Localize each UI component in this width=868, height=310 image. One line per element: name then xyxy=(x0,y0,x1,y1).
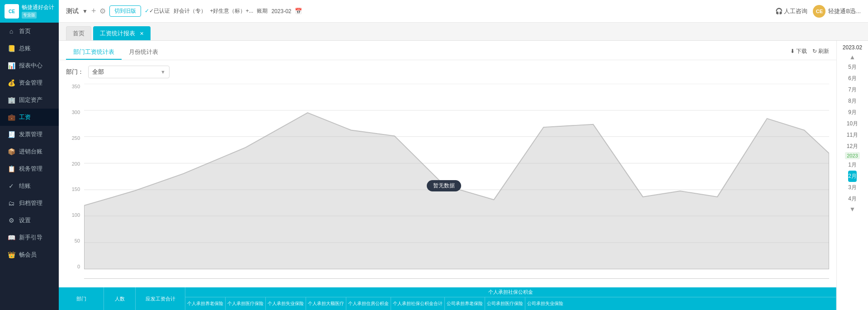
tab-salary-report[interactable]: 工资统计报表 ✕ xyxy=(93,26,151,40)
sidebar-item-settings[interactable]: ⚙设置 xyxy=(0,212,59,229)
sidebar-icon-salary: 💼 xyxy=(7,114,15,121)
download-btn[interactable]: ⬇ 下载 xyxy=(790,48,807,55)
sidebar-label-home: 首页 xyxy=(19,27,31,35)
username: 轻捷通B迅... xyxy=(828,7,861,15)
app-logo-icon: CE xyxy=(5,4,19,19)
filter-label: 部门： xyxy=(66,68,84,76)
rp-month2-1月[interactable]: 1月 xyxy=(848,159,857,171)
sidebar-item-assets[interactable]: 🏢固定资产 xyxy=(0,91,59,109)
period-value: 2023-02 xyxy=(271,8,291,14)
settings-btn[interactable]: ⚙ xyxy=(99,7,106,15)
certified-tag: ✓✓已认证 xyxy=(145,7,170,15)
sidebar-item-report[interactable]: 📊报表中心 xyxy=(0,57,59,74)
sidebar: CE 畅捷通好会计 专业版 ⌂首页📒总账📊报表中心💰资金管理🏢固定资产💼工资🧾发… xyxy=(0,0,59,310)
subtabs: 部门工资统计表 月份统计表 ⬇ 下载 ↻ 刷新 xyxy=(59,41,836,60)
th-group-subs: 个人承担养老保险个人承担医疗保险个人承担失业保险个人承担大额医疗个人承担住房公积… xyxy=(185,297,836,310)
chart-area: 350 300 250 200 150 100 50 0 xyxy=(59,84,836,287)
sidebar-label-report: 报表中心 xyxy=(19,62,42,70)
sidebar-item-settle[interactable]: ✓结账 xyxy=(0,177,59,195)
sidebar-label-tax: 税务管理 xyxy=(19,165,42,173)
th-sub-4: 个人承担住房公积金 xyxy=(346,297,391,310)
rp-up-arrow[interactable]: ▲ xyxy=(849,52,857,62)
app-name: 畅捷通好会计 xyxy=(22,4,54,11)
rp-month-5月[interactable]: 5月 xyxy=(847,62,858,73)
sidebar-label-ledger: 总账 xyxy=(19,44,31,52)
rp-year-badge[interactable]: 2023 xyxy=(845,152,859,159)
chart-container: 350 300 250 200 150 100 50 0 xyxy=(66,84,829,283)
sidebar-icon-member: 👑 xyxy=(7,251,15,258)
tabs-bar: 首页 工资统计报表 ✕ xyxy=(59,23,868,41)
th-sub-8: 公司承担失业保险 xyxy=(525,297,565,310)
rp-month-11月[interactable]: 11月 xyxy=(847,129,858,141)
sidebar-item-member[interactable]: 👑畅会员 xyxy=(0,246,59,263)
sidebar-icon-home: ⌂ xyxy=(7,28,15,35)
rp-month-9月[interactable]: 9月 xyxy=(847,107,858,118)
sidebar-item-salary[interactable]: 💼工资 xyxy=(0,109,59,126)
filter-bar: 部门： 全部 ▼ xyxy=(59,60,836,84)
th-sub-5: 个人承担社保公积金合计 xyxy=(391,297,445,310)
switch-old-btn[interactable]: 切到旧版 xyxy=(109,5,141,17)
sidebar-icon-sales: 📦 xyxy=(7,148,15,155)
sidebar-label-assets: 固定资产 xyxy=(19,96,42,104)
sidebar-item-guide[interactable]: 📖新手引导 xyxy=(0,229,59,246)
sidebar-item-funds[interactable]: 💰资金管理 xyxy=(0,74,59,91)
refresh-icon: ↻ xyxy=(812,48,817,54)
user-menu[interactable]: CE 轻捷通B迅... xyxy=(813,5,861,18)
extra-tags: +好生意（标）+... xyxy=(210,7,253,15)
sidebar-label-archive: 归档管理 xyxy=(19,199,42,207)
sidebar-item-ledger[interactable]: 📒总账 xyxy=(0,40,59,57)
support-link[interactable]: 🎧 人工咨询 xyxy=(775,7,808,15)
subtab-dept[interactable]: 部门工资统计表 xyxy=(66,45,122,60)
rp-month-10月[interactable]: 10月 xyxy=(847,118,858,129)
th-sub-7: 公司承担医疗保险 xyxy=(485,297,525,310)
refresh-btn[interactable]: ↻ 刷新 xyxy=(812,48,829,55)
th-sub-1: 个人承担医疗保险 xyxy=(226,297,266,310)
th-sub-2: 个人承担失业保险 xyxy=(266,297,306,310)
main-content: 测试 ▼ + ⚙ 切到旧版 ✓✓已认证 好会计（专） +好生意（标）+... 账… xyxy=(59,0,868,310)
headset-icon: 🎧 xyxy=(775,8,783,14)
sidebar-item-archive[interactable]: 🗂归档管理 xyxy=(0,195,59,212)
sidebar-label-settings: 设置 xyxy=(19,216,31,224)
sidebar-icon-invoice: 🧾 xyxy=(7,131,15,138)
sidebar-item-sales[interactable]: 📦进销台账 xyxy=(0,143,59,160)
tab-close-btn[interactable]: ✕ xyxy=(140,31,144,36)
sidebar-label-salary: 工资 xyxy=(19,113,31,121)
rp-month2-3月[interactable]: 3月 xyxy=(848,182,857,193)
sidebar-icon-guide: 📖 xyxy=(7,234,15,241)
topbar-right: 🎧 人工咨询 CE 轻捷通B迅... xyxy=(775,5,861,18)
subtab-monthly[interactable]: 月份统计表 xyxy=(122,45,165,60)
app-edition: 专业版 xyxy=(22,12,37,19)
download-icon: ⬇ xyxy=(790,48,795,54)
calendar-icon[interactable]: 📅 xyxy=(295,8,302,14)
subtab-group: 部门工资统计表 月份统计表 xyxy=(66,45,165,60)
rp-date: 2023.02 xyxy=(843,44,862,51)
select-arrow-icon: ▼ xyxy=(160,69,165,75)
rp-month-6月[interactable]: 6月 xyxy=(847,73,858,84)
table-header: 部门 人数 应发工资合计 个人承担社保公积金 个人承担养老保险个人承担医疗保险个… xyxy=(59,287,836,310)
tab-home[interactable]: 首页 xyxy=(66,26,91,40)
sidebar-item-invoice[interactable]: 🧾发票管理 xyxy=(0,126,59,143)
dept-select[interactable]: 全部 ▼ xyxy=(88,66,170,78)
sidebar-label-invoice: 发票管理 xyxy=(19,130,42,138)
sidebar-icon-archive: 🗂 xyxy=(7,200,15,207)
company-dropdown[interactable]: ▼ xyxy=(82,8,88,14)
add-btn[interactable]: + xyxy=(91,6,96,16)
sidebar-icon-assets: 🏢 xyxy=(7,96,15,104)
sidebar-icon-settings: ⚙ xyxy=(7,217,15,224)
sidebar-item-home[interactable]: ⌂首页 xyxy=(0,23,59,40)
rp-month-7月[interactable]: 7月 xyxy=(847,84,858,95)
rp-month2-4月[interactable]: 4月 xyxy=(848,193,857,205)
sidebar-icon-settle: ✓ xyxy=(7,182,15,190)
sidebar-icon-funds: 💰 xyxy=(7,79,15,86)
rp-month2-2月[interactable]: 2月 xyxy=(848,171,857,182)
topbar: 测试 ▼ + ⚙ 切到旧版 ✓✓已认证 好会计（专） +好生意（标）+... 账… xyxy=(59,0,868,23)
rp-month-8月[interactable]: 8月 xyxy=(847,95,858,107)
rp-down-arrow[interactable]: ▼ xyxy=(849,205,857,214)
sidebar-label-funds: 资金管理 xyxy=(19,79,42,87)
sidebar-item-tax[interactable]: 📋税务管理 xyxy=(0,160,59,177)
th-sub-0: 个人承担养老保险 xyxy=(185,297,226,310)
rp-month-12月[interactable]: 12月 xyxy=(847,141,858,152)
sidebar-nav: ⌂首页📒总账📊报表中心💰资金管理🏢固定资产💼工资🧾发票管理📦进销台账📋税务管理✓… xyxy=(0,23,59,263)
content-main: 部门工资统计表 月份统计表 ⬇ 下载 ↻ 刷新 xyxy=(59,41,836,310)
th-group-title: 个人承担社保公积金 xyxy=(185,287,836,297)
